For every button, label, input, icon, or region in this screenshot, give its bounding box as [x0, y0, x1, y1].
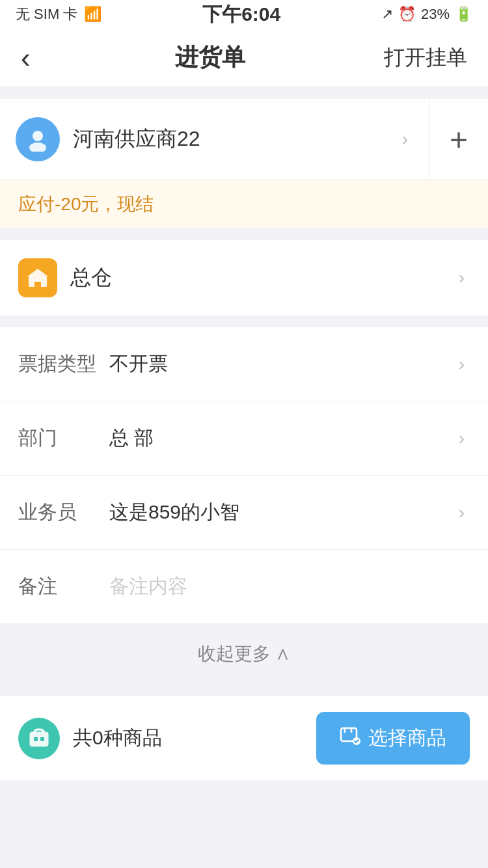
- svg-point-0: [33, 131, 43, 141]
- invoice-type-row[interactable]: 票据类型 不开票 ›: [0, 327, 488, 401]
- supplier-name: 河南供应商22: [73, 125, 389, 154]
- warehouse-section[interactable]: 总仓 ›: [0, 240, 488, 316]
- salesperson-label: 业务员: [18, 499, 109, 526]
- notice-text: 应付-20元，现结: [18, 194, 154, 214]
- collapse-label: 收起更多 ∧: [198, 642, 291, 666]
- collapse-row[interactable]: 收起更多 ∧: [0, 623, 488, 685]
- remark-label: 备注: [18, 573, 109, 600]
- supplier-chevron-icon: ›: [402, 129, 408, 150]
- status-bar: 无 SIM 卡 📶 下午6:04 ↗ ⏰ 23% 🔋: [0, 0, 488, 29]
- battery-indicator: 23%: [421, 6, 450, 23]
- invoice-chevron-icon: ›: [459, 354, 465, 375]
- salesperson-chevron-icon: ›: [459, 502, 465, 523]
- supplier-section: 河南供应商22 › +: [0, 99, 488, 180]
- invoice-value: 不开票: [109, 351, 459, 377]
- status-right: ↗ ⏰ 23% 🔋: [381, 6, 472, 23]
- remark-input[interactable]: 备注内容: [109, 573, 470, 600]
- battery-icon: 🔋: [455, 6, 472, 23]
- dept-label: 部门: [18, 425, 109, 452]
- status-left: 无 SIM 卡 📶: [16, 5, 102, 24]
- supplier-avatar: [16, 117, 60, 161]
- dept-value: 总 部: [109, 425, 459, 452]
- department-row[interactable]: 部门 总 部 ›: [0, 401, 488, 476]
- svg-point-1: [29, 142, 46, 152]
- direction-icon: ↗: [381, 6, 393, 23]
- open-pending-button[interactable]: 打开挂单: [384, 44, 467, 72]
- product-count: 共0种商品: [73, 725, 303, 752]
- notice-bar: 应付-20元，现结: [0, 180, 488, 228]
- select-product-icon: [340, 727, 360, 750]
- warehouse-chevron-icon: ›: [459, 267, 465, 288]
- nav-bar: ‹ 进货单 打开挂单: [0, 29, 488, 87]
- dept-chevron-icon: ›: [459, 428, 465, 449]
- product-icon: [18, 718, 60, 759]
- bottom-bar: 共0种商品 选择商品: [0, 696, 488, 780]
- select-product-label: 选择商品: [368, 725, 446, 752]
- sim-label: 无 SIM 卡: [16, 5, 77, 24]
- svg-marker-3: [27, 269, 48, 277]
- page-title: 进货单: [175, 42, 245, 74]
- svg-rect-6: [34, 737, 38, 741]
- back-button[interactable]: ‹: [21, 37, 37, 79]
- remark-row[interactable]: 备注 备注内容: [0, 550, 488, 623]
- salesperson-value: 这是859的小智: [109, 499, 459, 526]
- gap-1: [0, 87, 488, 99]
- wifi-icon: 📶: [84, 6, 102, 23]
- svg-rect-4: [34, 282, 41, 287]
- warehouse-name: 总仓: [70, 264, 446, 292]
- select-product-button[interactable]: 选择商品: [316, 712, 470, 765]
- status-time: 下午6:04: [202, 1, 280, 28]
- salesperson-row[interactable]: 业务员 这是859的小智 ›: [0, 476, 488, 550]
- alarm-icon: ⏰: [398, 6, 416, 23]
- invoice-label: 票据类型: [18, 351, 109, 377]
- svg-rect-7: [40, 737, 44, 741]
- supplier-selector[interactable]: 河南供应商22 ›: [0, 99, 429, 180]
- form-section: 票据类型 不开票 › 部门 总 部 › 业务员 这是859的小智 › 备注 备注…: [0, 327, 488, 623]
- svg-rect-5: [30, 732, 48, 746]
- add-supplier-button[interactable]: +: [429, 99, 488, 180]
- warehouse-icon: [18, 258, 57, 297]
